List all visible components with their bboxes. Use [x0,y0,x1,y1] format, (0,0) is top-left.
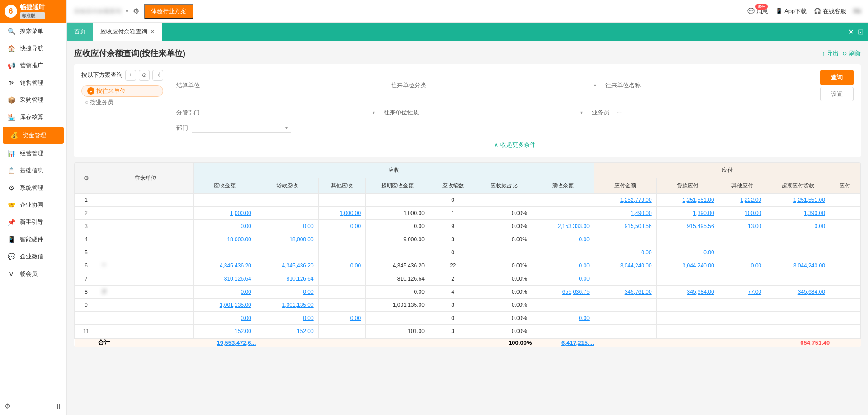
sidebar-icon: 📋 [7,167,15,175]
sidebar-label: 资金管理 [23,131,46,139]
field-jsdw: 结算单位 ··· [176,80,386,91]
sidebar-item-基础信息[interactable]: 📋 基础信息 [0,162,66,179]
sidebar-item-采购管理[interactable]: 📦 采购管理 [0,91,66,109]
tab-receivable[interactable]: 应收应付余额查询 ✕ [93,23,162,41]
sidebar-item-库存核算[interactable]: 🏪 库存核算 [0,109,66,126]
sidebar-item-企业协同[interactable]: 🤝 企业协同 [0,196,66,214]
message-badge: 99+ [755,4,768,10]
filter-label: 按以下方案查询 [81,71,123,79]
sidebar-item-搜索菜单[interactable]: 🔍 搜索菜单 [0,23,66,40]
th-yf: 应付 [830,178,860,194]
refresh-icon: ↺ [842,50,847,57]
field-input-ywy[interactable]: ··· [613,107,794,118]
th-cqyf: 超期应付货款 [766,178,830,194]
field-input-jsdw[interactable]: ··· [203,80,386,91]
table-row: 5 0 0.00 0.00 [75,246,861,259]
th-yskzb: 应收款占比 [476,178,532,194]
field-select-bm[interactable]: ▾ [192,124,291,133]
th-dkyf: 贷款应付 [656,178,719,194]
message-button[interactable]: 💬 消息 99+ [747,7,768,15]
chevron-icon: ▾ [594,83,596,88]
page-title: 应收应付余额查询(按往来单位) [74,48,185,59]
export-button[interactable]: ↑ 导出 [822,49,839,57]
gear-icon[interactable]: ⚙ [133,7,139,15]
chevron-up-icon: ∧ [494,142,499,148]
user-menu[interactable]: Rit [854,8,861,14]
tab-home[interactable]: 首页 [67,23,93,41]
th-dkys: 贷款应收 [256,178,318,194]
scheme-by-unit[interactable]: ● 按往来单位 [81,85,163,97]
sidebar-item-营销推广[interactable]: 📢 营销推广 [0,57,66,74]
refresh-button[interactable]: ↺ 刷新 [842,49,861,57]
setting-button[interactable]: 设置 [820,87,854,101]
service-button[interactable]: 🎧 在线客服 [814,7,846,15]
collapse-button[interactable]: ∧ 收起更多条件 [176,138,854,152]
sidebar-item-经营管理[interactable]: 📊 经营管理 [0,145,66,162]
footer-ysye[interactable]: 6,417,215.... [532,338,594,347]
footer-label: 合计 [98,338,194,347]
sidebar-item-企业微信[interactable]: 💬 企业微信 [0,248,66,265]
collapse-row: ∧ 收起更多条件 [176,138,854,152]
field-select-wldfl[interactable]: ▾ [430,81,600,90]
app-icon: 📱 [775,8,783,14]
th-yfje: 应付金额 [594,178,656,194]
sidebar-label: 采购管理 [20,96,43,104]
sidebar-item-销售管理[interactable]: 🛍 销售管理 [0,74,66,91]
collapse-icon[interactable]: ⏸ [55,402,62,410]
close-window-icon[interactable]: ✕ [848,28,854,36]
filter-icons: + ⊙ 《 [125,70,163,81]
sidebar-item-畅会员[interactable]: V 畅会员 [0,265,66,282]
field-select-fgbm[interactable]: ▾ [203,108,378,117]
field-label-wldwxz: 往来单位性质 [384,109,419,117]
scheme-selector: 按以下方案查询 + ⊙ 《 ● 按往来单位 ○ 按业务员 [81,70,169,152]
maximize-icon[interactable]: ⊡ [858,28,863,36]
footer-row: 合计 19,553,472,6... 100.00% 6,417,215....… [75,338,861,347]
add-filter-icon[interactable]: + [125,70,136,81]
field-label-bm: 部门 [176,124,188,132]
sidebar-icon: 📊 [7,149,15,157]
sidebar-icon: 📌 [7,218,15,226]
sidebar-label: 基础信息 [20,167,43,175]
sidebar-item-新手引导[interactable]: 📌 新手引导 [0,214,66,231]
table-row: 1 0 1,252,773.00 1,251,551.00 1,222.00 1… [75,194,861,207]
scheme-by-salesperson[interactable]: ○ 按业务员 [81,97,163,108]
table-row: 9 1,001,135.00 1,001,135.00 1,001,135.00… [75,299,861,312]
promo-button[interactable]: 体验行业方案 [144,4,193,19]
input-wldwmc[interactable] [644,80,815,91]
chevron-down-icon[interactable]: ▾ [126,8,128,14]
sidebar-label: 企业微信 [20,253,43,261]
main-content: 应收应付余额查询(按往来单位) ↑ 导出 ↺ 刷新 按以下方案查询 [67,41,868,415]
field-wldwmc: 往来单位名称 [605,80,815,91]
sidebar-label: 搜索菜单 [20,27,43,35]
settings-filter-icon[interactable]: ⊙ [139,70,150,81]
query-button[interactable]: 查询 [820,70,854,85]
table-row: 2 1,000.00 1,000.00 1,000.00 1 0.00% 1,4… [75,207,861,220]
footer-ysje[interactable]: 19,553,472,6... [193,338,256,347]
sidebar-label: 企业协同 [20,201,43,209]
sidebar-item-系统管理[interactable]: ⚙ 系统管理 [0,179,66,196]
table-settings-icon[interactable]: ⚙ [84,175,89,181]
action-buttons: 查询 设置 [820,70,854,101]
field-bm: 部门 ▾ [176,124,291,133]
sidebar-item-快捷导航[interactable]: 🏠 快捷导航 [0,40,66,57]
sidebar-icon: 📦 [7,96,15,104]
field-select-wldwxz[interactable]: ▾ [423,108,586,117]
sidebar-icon: ⚙ [7,184,15,192]
dots-icon: ··· [207,82,212,89]
sidebar-icon: 📱 [7,235,15,243]
table-row: 0.00 0.00 0.00 0 0.00% 0.00 [75,312,861,325]
field-label-jsdw: 结算单位 [176,81,200,90]
table-row: 8 P 0.00 0.00 0.00 4 0.00% 655,636.75 34… [75,286,861,299]
table-row: 11 152.00 152.00 101.00 3 0.00% [75,325,861,339]
tab-close-icon[interactable]: ✕ [150,29,155,35]
th-wldw: 往来单位 [98,163,194,194]
page-body: 应收应付余额查询(按往来单位) ↑ 导出 ↺ 刷新 按以下方案查询 [67,41,868,354]
field-wldwxz: 往来单位性质 ▾ [384,108,586,117]
sidebar-item-智能硬件[interactable]: 📱 智能硬件 [0,231,66,248]
sidebar-item-资金管理[interactable]: 💰 资金管理 [3,127,64,144]
collapse-filter-icon[interactable]: 《 [152,70,163,81]
app-download-button[interactable]: 📱 App下载 [775,7,807,15]
filter-row-3: 部门 ▾ [176,124,854,133]
settings-icon[interactable]: ⚙ [5,402,11,410]
field-ywy: 业务员 ··· [592,107,794,118]
